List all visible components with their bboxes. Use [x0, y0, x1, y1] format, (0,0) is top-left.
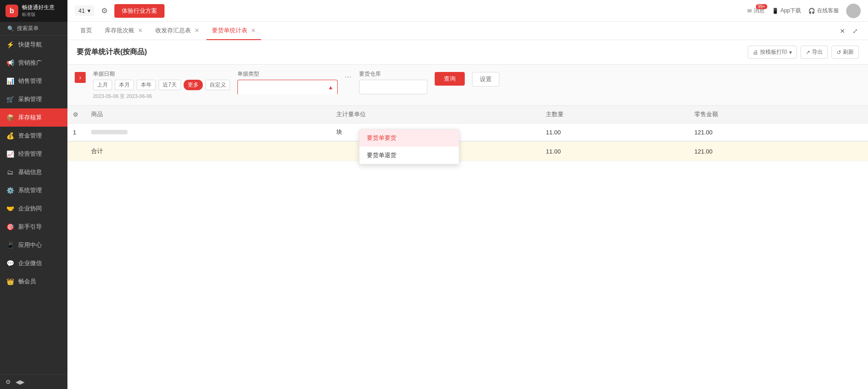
- print-icon: 🖨: [753, 49, 758, 56]
- nav-icon-inventory: 📦: [5, 114, 15, 121]
- date-btn-custom[interactable]: 自定义: [205, 80, 230, 90]
- user-avatar[interactable]: [846, 4, 861, 18]
- date-btn-7days[interactable]: 近7天: [159, 80, 181, 90]
- dropdown-item-order-goods[interactable]: 要货单要货: [360, 129, 459, 147]
- online-service-label: 在线客服: [817, 7, 839, 15]
- filter-more-btn[interactable]: ···: [345, 72, 352, 82]
- topbar-gear-btn[interactable]: ⚙: [98, 5, 111, 17]
- date-btn-this-year[interactable]: 本年: [137, 80, 156, 90]
- nav-label-member: 畅会员: [18, 277, 36, 286]
- nav-label-purchase: 采购管理: [18, 95, 42, 103]
- sidebar-item-quick-nav[interactable]: ⚡快捷导航: [0, 36, 67, 54]
- nav-label-finance: 资金管理: [18, 132, 42, 140]
- sidebar-item-member[interactable]: 👑畅会员: [0, 272, 67, 291]
- row-index: 1: [67, 123, 86, 142]
- nav-label-quick-nav: 快捷导航: [18, 41, 42, 49]
- sidebar-item-inventory[interactable]: 📦库存核算: [0, 108, 67, 127]
- nav-label-corp: 企业协同: [18, 205, 42, 213]
- sidebar-item-operation[interactable]: 📈经营管理: [0, 145, 67, 163]
- sidebar: b 畅捷通好生意 标准版 🔍 搜索菜单 ⚡快捷导航📢营销推广📊销售管理🛒采购管理…: [0, 0, 67, 389]
- nav-icon-sales: 📊: [5, 77, 15, 85]
- row-amount[interactable]: 121.00: [689, 123, 868, 142]
- sidebar-item-wechat[interactable]: 💬企业微信: [0, 254, 67, 272]
- nav-icon-corp: 🤝: [5, 205, 15, 212]
- tab-inventory-batch[interactable]: 库存批次账 ✕: [99, 22, 148, 40]
- messages-btn[interactable]: ✉ 消息 99+: [747, 7, 765, 15]
- tab-recv-summary-close[interactable]: ✕: [195, 27, 199, 34]
- doctype-chevron-icon[interactable]: ▲: [328, 84, 334, 91]
- filter-group: 单据日期 上月 本月 本年 近7天 更多 自定义 2023-05-06 至 20…: [93, 70, 861, 100]
- table-row: 1 块 11.00 121.00: [67, 123, 868, 142]
- tabbar: 首页 库存批次账 ✕ 收发存汇总表 ✕ 要货单统计表 ✕ ✕ ⤢: [67, 22, 868, 40]
- doctype-select[interactable]: ▲: [237, 80, 338, 94]
- refresh-btn[interactable]: ↺ 刷新: [832, 46, 859, 59]
- nav-label-wechat: 企业微信: [18, 259, 42, 267]
- nav-icon-wechat: 💬: [5, 260, 15, 267]
- store-selector[interactable]: 41 ▾: [75, 5, 94, 16]
- export-label: 导出: [812, 48, 823, 56]
- tab-recv-summary[interactable]: 收发存汇总表 ✕: [150, 22, 205, 40]
- brand-edition: 标准版: [22, 11, 55, 18]
- sidebar-item-appstore[interactable]: 📱应用中心: [0, 236, 67, 254]
- print-label: 按模板打印: [760, 48, 787, 56]
- sidebar-item-base[interactable]: 🗂基础信息: [0, 163, 67, 181]
- message-icon: ✉: [747, 8, 752, 14]
- nav-icon-member: 👑: [5, 278, 15, 285]
- col-product: 商品: [86, 106, 331, 123]
- print-btn[interactable]: 🖨 按模板打印 ▾: [748, 46, 797, 59]
- sidebar-item-marketing[interactable]: 📢营销推广: [0, 54, 67, 72]
- filter-doctype-item: 单据类型 ▲: [237, 70, 338, 94]
- sidebar-collapse-btn[interactable]: ◀▶: [15, 379, 25, 385]
- sidebar-settings-btn[interactable]: ⚙: [5, 379, 11, 385]
- dropdown-item-order-return[interactable]: 要货单退货: [360, 147, 459, 164]
- sidebar-item-finance[interactable]: 💰资金管理: [0, 127, 67, 145]
- query-btn[interactable]: 查询: [435, 72, 465, 86]
- doctype-input[interactable]: [241, 84, 328, 91]
- filter-date-item: 单据日期 上月 本月 本年 近7天 更多 自定义 2023-05-06 至 20…: [93, 70, 230, 100]
- sidebar-search-label: 搜索菜单: [17, 25, 39, 32]
- page-title: 要货单统计表(按商品): [77, 47, 147, 57]
- nav-label-inventory: 库存核算: [18, 113, 42, 122]
- sidebar-item-system[interactable]: ⚙️系统管理: [0, 181, 67, 200]
- nav-icon-purchase: 🛒: [5, 96, 15, 103]
- sidebar-item-sales[interactable]: 📊销售管理: [0, 72, 67, 90]
- set-btn[interactable]: 设置: [472, 72, 499, 87]
- row-quantity[interactable]: 11.00: [540, 123, 689, 142]
- filter-warehouse-label: 要货仓库: [359, 70, 427, 78]
- table-wrapper: ⚙ 商品 主计量单位 主数量 零售金额 1 块 11.00 121.00: [67, 106, 868, 161]
- total-quantity: 11.00: [540, 141, 689, 161]
- filter-bar: › 单据日期 上月 本月 本年 近7天 更多 自定义 2023-05-0: [67, 65, 868, 106]
- tab-restore-btn[interactable]: ⤢: [850, 26, 861, 36]
- tab-order-summary[interactable]: 要货单统计表 ✕: [206, 22, 261, 40]
- sidebar-search[interactable]: 🔍 搜索菜单: [0, 22, 67, 36]
- nav-label-sales: 销售管理: [18, 77, 42, 85]
- date-btn-more[interactable]: 更多: [184, 80, 203, 90]
- export-btn[interactable]: ↗ 导出: [801, 46, 828, 59]
- app-download-btn[interactable]: 📱 App下载: [772, 7, 801, 15]
- date-btn-this-month[interactable]: 本月: [115, 80, 134, 90]
- date-btn-last-month[interactable]: 上月: [93, 80, 112, 90]
- nav-icon-appstore: 📱: [5, 241, 15, 249]
- brand-name: 畅捷通好生意: [22, 4, 55, 11]
- warehouse-select[interactable]: [359, 80, 427, 94]
- trial-industry-btn[interactable]: 体验行业方案: [114, 4, 164, 18]
- table-settings-icon[interactable]: ⚙: [67, 106, 86, 123]
- total-amount: 121.00: [689, 141, 868, 161]
- online-service-btn[interactable]: 🎧 在线客服: [808, 7, 839, 15]
- tab-order-summary-close[interactable]: ✕: [251, 27, 256, 34]
- tab-inventory-batch-close[interactable]: ✕: [138, 27, 143, 34]
- content-area: 要货单统计表(按商品) 🖨 按模板打印 ▾ ↗ 导出 ↺ 刷新 ›: [67, 40, 868, 389]
- sidebar-item-purchase[interactable]: 🛒采购管理: [0, 90, 67, 108]
- col-unit: 主计量单位: [331, 106, 540, 123]
- tab-home-label: 首页: [80, 26, 92, 35]
- warehouse-input[interactable]: [363, 84, 423, 91]
- tab-close-btn[interactable]: ✕: [837, 26, 848, 36]
- filter-doctype-label: 单据类型: [237, 70, 338, 78]
- print-chevron-icon: ▾: [789, 49, 792, 56]
- filter-expand-btn[interactable]: ›: [75, 72, 86, 83]
- filter-date-label: 单据日期: [93, 70, 230, 78]
- logo-icon: b: [5, 5, 18, 17]
- sidebar-item-guide[interactable]: 🎯新手引导: [0, 218, 67, 236]
- tab-home[interactable]: 首页: [75, 22, 98, 40]
- sidebar-item-corp[interactable]: 🤝企业协同: [0, 200, 67, 218]
